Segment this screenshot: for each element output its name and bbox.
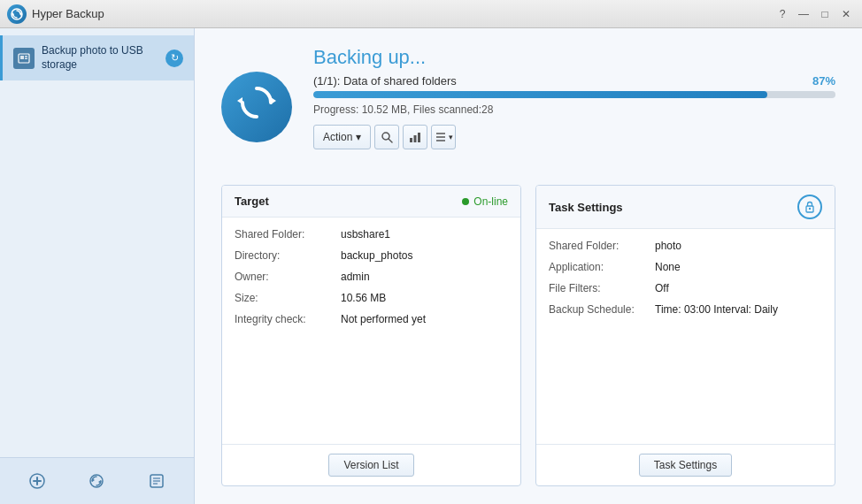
sidebar-item-backup[interactable]: Backup photo to USB storage ↻ (0, 35, 194, 80)
svg-rect-21 (410, 138, 412, 142)
close-button[interactable]: ✕ (837, 6, 855, 22)
sidebar-item-label: Backup photo to USB storage (42, 44, 158, 72)
online-label: On-line (473, 195, 508, 208)
menu-button[interactable]: ▾ (431, 125, 456, 149)
backup-status-line: (1/1): Data of shared folders 87% (313, 74, 835, 88)
content-area: Backing up... (1/1): Data of shared fold… (195, 28, 862, 504)
action-button[interactable]: Action ▾ (313, 125, 371, 149)
search-button[interactable] (374, 125, 399, 149)
task-label-application: Application: (549, 261, 646, 273)
action-label: Action (323, 131, 352, 143)
svg-marker-18 (237, 97, 242, 104)
minimize-button[interactable]: — (795, 6, 812, 22)
table-row: Directory: backup_photos (235, 249, 508, 262)
spinner-arrows (235, 81, 278, 132)
value-directory: backup_photos (341, 249, 412, 262)
menu-arrow: ▾ (449, 133, 453, 141)
backup-header: Backing up... (1/1): Data of shared fold… (221, 46, 835, 167)
task-card-title: Task Settings (549, 201, 623, 214)
table-row: Application: None (549, 261, 822, 273)
svg-point-28 (809, 208, 811, 210)
target-card: Target On-line Shared Folder: usbshare1 … (221, 185, 521, 486)
sidebar: Backup photo to USB storage ↻ (0, 28, 195, 504)
value-shared-folder: usbshare1 (341, 228, 390, 241)
sidebar-items: Backup photo to USB storage ↻ (0, 28, 194, 88)
label-directory: Directory: (235, 249, 332, 262)
title-bar: Hyper Backup ? — □ ✕ (0, 0, 862, 28)
log-button[interactable] (141, 465, 173, 497)
task-value-shared-folder: photo (655, 240, 681, 252)
backing-up-title: Backing up... (313, 46, 835, 69)
sidebar-bottom (0, 457, 194, 504)
table-row: Shared Folder: photo (549, 240, 822, 252)
app-title: Hyper Backup (32, 7, 104, 20)
backup-progress-text: Progress: 10.52 MB, Files scanned:28 (313, 103, 835, 116)
target-card-body: Shared Folder: usbshare1 Directory: back… (222, 218, 520, 444)
online-dot (462, 198, 469, 205)
svg-line-20 (389, 139, 392, 142)
table-row: File Filters: Off (549, 282, 822, 294)
main-container: Backup photo to USB storage ↻ (0, 28, 862, 504)
spinner-icon (221, 72, 292, 142)
action-arrow: ▾ (356, 131, 361, 143)
svg-rect-22 (414, 135, 417, 142)
svg-rect-23 (418, 133, 420, 142)
task-value-file-filters: Off (655, 282, 669, 294)
table-row: Shared Folder: usbshare1 (235, 228, 508, 241)
restore-button[interactable] (81, 465, 112, 497)
backup-status-text: (1/1): Data of shared folders (313, 74, 457, 88)
label-size: Size: (235, 292, 332, 304)
backup-percent: 87% (812, 74, 835, 88)
progress-bar-fill (313, 91, 767, 98)
svg-rect-5 (25, 56, 27, 57)
table-row: Backup Schedule: Time: 03:00 Interval: D… (549, 303, 822, 316)
task-label-file-filters: File Filters: (549, 282, 646, 294)
task-card-footer: Task Settings (536, 444, 835, 485)
table-row: Owner: admin (235, 271, 508, 283)
task-value-backup-schedule: Time: 03:00 Interval: Daily (655, 303, 778, 316)
task-card: Task Settings Shared Folder: photo (535, 185, 835, 486)
target-card-title: Target (235, 195, 269, 208)
maximize-button[interactable]: □ (816, 6, 834, 22)
task-card-header: Task Settings (536, 186, 835, 229)
window-controls: ? — □ ✕ (773, 6, 855, 22)
task-value-application: None (655, 261, 681, 273)
label-owner: Owner: (235, 271, 332, 283)
svg-rect-6 (25, 57, 27, 59)
svg-rect-4 (20, 56, 24, 59)
task-settings-button[interactable]: Task Settings (639, 454, 732, 477)
progress-bar-bg (313, 91, 835, 98)
label-shared-folder: Shared Folder: (235, 228, 332, 241)
table-row: Size: 10.56 MB (235, 292, 508, 304)
version-list-button[interactable]: Version List (328, 454, 413, 477)
table-row: Integrity check: Not performed yet (235, 313, 508, 325)
task-card-body: Shared Folder: photo Application: None F… (536, 229, 835, 444)
lock-icon[interactable] (797, 195, 822, 219)
value-owner: admin (341, 271, 370, 283)
svg-marker-17 (271, 97, 276, 104)
chart-button[interactable] (403, 125, 427, 149)
target-card-header: Target On-line (222, 186, 520, 218)
task-label-backup-schedule: Backup Schedule: (549, 303, 646, 316)
cards-row: Target On-line Shared Folder: usbshare1 … (221, 185, 835, 486)
title-bar-left: Hyper Backup (7, 4, 104, 24)
task-label-shared-folder: Shared Folder: (549, 240, 646, 252)
refresh-icon[interactable]: ↻ (165, 50, 183, 67)
add-backup-button[interactable] (21, 465, 53, 497)
svg-marker-11 (92, 478, 95, 482)
online-badge: On-line (462, 195, 508, 208)
backup-info: Backing up... (1/1): Data of shared fold… (313, 46, 835, 167)
action-toolbar: Action ▾ (313, 125, 835, 149)
help-button[interactable]: ? (773, 6, 791, 22)
backup-item-icon (13, 48, 35, 69)
target-card-footer: Version List (222, 444, 520, 485)
app-icon (7, 4, 27, 24)
value-integrity: Not performed yet (341, 313, 426, 325)
value-size: 10.56 MB (341, 292, 386, 304)
label-integrity: Integrity check: (235, 313, 332, 325)
svg-marker-12 (98, 480, 101, 484)
